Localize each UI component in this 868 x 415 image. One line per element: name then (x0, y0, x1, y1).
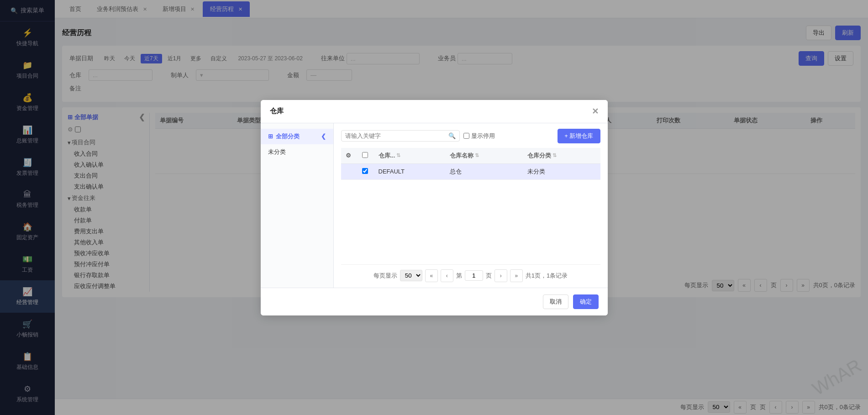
modal-header: 仓库 ✕ (261, 100, 608, 123)
modal-col-checkbox (358, 148, 374, 164)
category-sort-icon: ⇅ (552, 152, 557, 158)
modal-prev-page-btn[interactable]: ‹ (441, 269, 453, 282)
modal-page-word: 第 (456, 272, 462, 280)
modal-footer: 取消 确定 (261, 288, 608, 315)
modal-col-name: 仓库名称 ⇅ (445, 148, 523, 164)
row-name-cell: 总仓 (445, 163, 523, 179)
modal-next-page-btn[interactable]: › (494, 269, 507, 282)
name-sort-icon: ⇅ (475, 152, 479, 158)
modal-per-page-select[interactable]: 50 (400, 270, 422, 281)
modal-overlay: 仓库 ✕ ⊞ 全部分类 ❮ 未分类 (0, 0, 868, 415)
modal-body: ⊞ 全部分类 ❮ 未分类 🔍 (261, 123, 608, 288)
modal-col-category: 仓库分类 ⇅ (523, 148, 600, 164)
row-category-cell: 未分类 (523, 163, 600, 179)
modal-category-uncategorized[interactable]: 未分类 (261, 144, 333, 160)
modal-total-text: 共1页，1条记录 (526, 272, 568, 280)
modal-toolbar: 🔍 显示停用 + 新增仓库 (341, 129, 600, 143)
show-disabled-checkbox[interactable] (463, 133, 469, 139)
modal-category-sidebar: ⊞ 全部分类 ❮ 未分类 (261, 123, 334, 288)
add-warehouse-button[interactable]: + 新增仓库 (558, 129, 600, 143)
modal: 仓库 ✕ ⊞ 全部分类 ❮ 未分类 (261, 100, 608, 315)
modal-search-icon: 🔍 (448, 132, 456, 139)
modal-select-all[interactable] (362, 152, 368, 158)
modal-search-input[interactable] (345, 132, 447, 139)
row-checkbox-cell (358, 163, 374, 179)
modal-page-input[interactable] (465, 270, 483, 281)
show-disabled-label[interactable]: 显示停用 (463, 132, 495, 140)
cancel-button[interactable]: 取消 (543, 294, 568, 309)
modal-pagination: 每页显示 50 « ‹ 第 页 › » 共1页，1条记录 (341, 264, 600, 282)
modal-category-all[interactable]: ⊞ 全部分类 ❮ (261, 129, 333, 144)
modal-title: 仓库 (270, 107, 284, 116)
modal-col-code: 仓库... ⇅ (374, 148, 446, 164)
table-row[interactable]: DEFAULT 总仓 未分类 (341, 163, 600, 179)
modal-close-button[interactable]: ✕ (592, 106, 599, 116)
confirm-button[interactable]: 确定 (573, 294, 599, 309)
collapse-category-btn[interactable]: ❮ (321, 133, 326, 140)
table-settings-icon[interactable]: ⚙ (346, 152, 351, 159)
row-settings-cell (341, 163, 358, 179)
modal-table: ⚙ 仓库... ⇅ (341, 148, 600, 180)
modal-last-page-btn[interactable]: » (510, 269, 523, 282)
modal-page-label: 页 (486, 272, 492, 280)
row-code-cell: DEFAULT (374, 163, 446, 179)
modal-table-wrap: ⚙ 仓库... ⇅ (341, 148, 600, 261)
modal-search-wrap: 🔍 (341, 130, 460, 142)
modal-main: 🔍 显示停用 + 新增仓库 ⚙ (334, 123, 608, 288)
modal-first-page-btn[interactable]: « (425, 269, 438, 282)
code-sort-icon: ⇅ (396, 152, 400, 158)
row-checkbox[interactable] (362, 168, 368, 174)
modal-category-list: 未分类 (261, 144, 333, 160)
modal-col-settings: ⚙ (341, 148, 358, 164)
grid-category-icon: ⊞ (268, 133, 273, 140)
modal-per-page-label: 每页显示 (374, 272, 397, 280)
